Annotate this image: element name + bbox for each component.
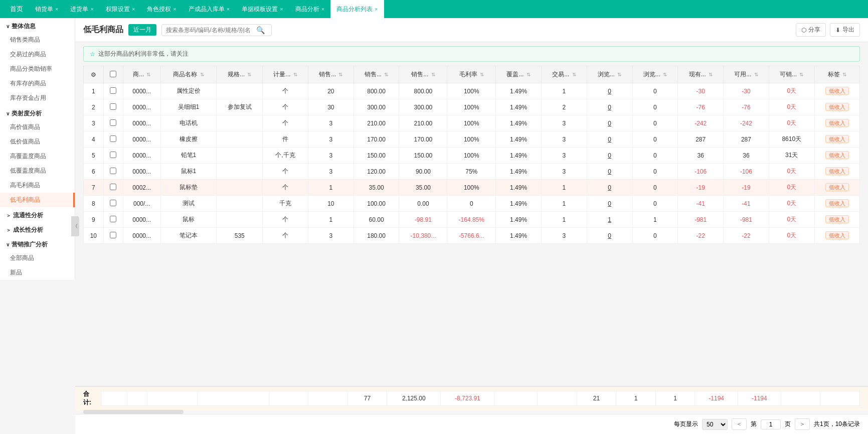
close-permission-icon[interactable]: × bbox=[132, 6, 135, 12]
nav-purchase[interactable]: 进货单× bbox=[64, 0, 99, 18]
sidebar-item-sales-products[interactable]: 销售类商品 bbox=[0, 33, 75, 47]
sidebar-group-category[interactable]: ∨ 类射度分析 bbox=[0, 105, 75, 120]
row-checkbox[interactable] bbox=[103, 99, 123, 115]
row-view1[interactable]: 0 bbox=[587, 228, 632, 244]
col-sale-profit[interactable]: 销售... ⇅ bbox=[399, 66, 447, 83]
col-code[interactable]: 商... ⇅ bbox=[123, 66, 160, 83]
nav-permission[interactable]: 权限设置× bbox=[100, 0, 141, 18]
close-sales-icon[interactable]: × bbox=[55, 6, 58, 12]
search-input[interactable] bbox=[166, 27, 256, 34]
nav-home[interactable]: 首页 bbox=[4, 0, 29, 18]
sidebar-item-high-value[interactable]: 高价值商品 bbox=[0, 120, 75, 134]
col-sale-amount[interactable]: 销售... ⇅ bbox=[354, 66, 399, 83]
row-view1[interactable]: 0 bbox=[587, 196, 632, 212]
col-view2[interactable]: 浏览... ⇅ bbox=[632, 66, 678, 83]
col-view1[interactable]: 浏览... ⇅ bbox=[587, 66, 632, 83]
col-coverage[interactable]: 覆盖... ⇅ bbox=[496, 66, 542, 83]
col-settings[interactable]: ⚙ bbox=[84, 66, 104, 83]
share-button[interactable]: ⬡ 分享 bbox=[796, 23, 826, 37]
page-number-input[interactable] bbox=[761, 419, 781, 429]
nav-role[interactable]: 角色授权× bbox=[141, 0, 182, 18]
close-purchase-icon[interactable]: × bbox=[90, 6, 93, 12]
nav-product-in[interactable]: 产成品入库单× bbox=[183, 0, 236, 18]
close-analysis-icon[interactable]: × bbox=[321, 6, 324, 12]
close-analysis-list-icon[interactable]: × bbox=[375, 6, 378, 12]
row-view2: 0 bbox=[632, 228, 678, 244]
sidebar-group-circulation[interactable]: ＞ 流通性分析 bbox=[0, 207, 75, 222]
col-tag[interactable]: 标签 ⇅ bbox=[814, 66, 859, 83]
row-checkbox[interactable] bbox=[103, 196, 123, 212]
row-view1[interactable]: 0 bbox=[587, 99, 632, 115]
row-checkbox[interactable] bbox=[103, 83, 123, 99]
sidebar-group-overall[interactable]: ∨ 整体信息 bbox=[0, 18, 75, 33]
col-spec[interactable]: 规格... ⇅ bbox=[217, 66, 263, 83]
next-page-button[interactable]: ＞ bbox=[795, 418, 810, 430]
row-select-checkbox[interactable] bbox=[110, 135, 116, 142]
per-page-select[interactable]: 50 100 200 bbox=[702, 419, 728, 430]
col-saleable[interactable]: 可销... ⇅ bbox=[769, 66, 814, 83]
row-view1[interactable]: 0 bbox=[587, 115, 632, 131]
col-sale-count[interactable]: 销售... ⇅ bbox=[308, 66, 354, 83]
sidebar-collapse-button[interactable]: 《 bbox=[71, 216, 79, 236]
search-icon[interactable]: 🔍 bbox=[256, 26, 265, 34]
row-checkbox[interactable] bbox=[103, 164, 123, 180]
row-select-checkbox[interactable] bbox=[110, 152, 116, 158]
select-all-checkbox[interactable] bbox=[110, 71, 116, 77]
row-select-checkbox[interactable] bbox=[110, 119, 116, 126]
sidebar-item-in-stock[interactable]: 有库存的商品 bbox=[0, 76, 75, 91]
sidebar-item-low-value[interactable]: 低价值商品 bbox=[0, 134, 75, 149]
row-checkbox[interactable] bbox=[103, 212, 123, 228]
row-select-checkbox[interactable] bbox=[110, 232, 116, 238]
nav-template[interactable]: 单据模板设置× bbox=[236, 0, 289, 18]
close-product-in-icon[interactable]: × bbox=[227, 6, 230, 12]
row-select-checkbox[interactable] bbox=[110, 216, 116, 222]
sidebar-item-low-margin[interactable]: 低毛利商品 bbox=[0, 193, 75, 207]
sidebar-item-high-margin[interactable]: 高毛利商品 bbox=[0, 178, 75, 193]
sidebar-item-traded[interactable]: 交易过的商品 bbox=[0, 47, 75, 62]
sidebar-group-marketing[interactable]: ∨ 营销推广分析 bbox=[0, 236, 75, 251]
row-checkbox[interactable] bbox=[103, 148, 123, 164]
row-view1[interactable]: 1 bbox=[587, 212, 632, 228]
row-select-checkbox[interactable] bbox=[110, 87, 116, 94]
nav-sales[interactable]: 销货单× bbox=[29, 0, 64, 18]
row-select-checkbox[interactable] bbox=[110, 103, 116, 110]
row-coverage: 1.49% bbox=[496, 212, 542, 228]
prev-page-button[interactable]: ＜ bbox=[732, 418, 747, 430]
close-role-icon[interactable]: × bbox=[173, 6, 176, 12]
row-select-checkbox[interactable] bbox=[110, 200, 116, 206]
sidebar-item-high-coverage[interactable]: 高覆盖度商品 bbox=[0, 149, 75, 164]
search-box: 🔍 bbox=[161, 24, 272, 36]
col-margin[interactable]: 毛利率 ⇅ bbox=[447, 66, 496, 83]
row-view1[interactable]: 0 bbox=[587, 83, 632, 99]
export-button[interactable]: ⬇ 导出 bbox=[830, 23, 860, 37]
row-view1[interactable]: 0 bbox=[587, 164, 632, 180]
row-checkbox[interactable] bbox=[103, 228, 123, 244]
sidebar-item-low-coverage[interactable]: 低覆盖度商品 bbox=[0, 164, 75, 178]
col-transaction[interactable]: 交易... ⇅ bbox=[541, 66, 587, 83]
sidebar-group-growth[interactable]: ＞ 成长性分析 bbox=[0, 222, 75, 236]
row-unit: 个 bbox=[263, 164, 308, 180]
sidebar-item-new-products[interactable]: 新品 bbox=[0, 265, 75, 280]
row-view1[interactable]: 0 bbox=[587, 148, 632, 164]
sidebar-item-stock-capital[interactable]: 库存资金占用 bbox=[0, 91, 75, 105]
nav-product-analysis-list[interactable]: 商品分析列表× bbox=[330, 0, 384, 18]
sidebar-item-all-products[interactable]: 全部商品 bbox=[0, 251, 75, 265]
col-available[interactable]: 可用... ⇅ bbox=[724, 66, 769, 83]
col-checkbox[interactable] bbox=[103, 66, 123, 83]
row-checkbox[interactable] bbox=[103, 115, 123, 131]
row-select-checkbox[interactable] bbox=[110, 168, 116, 174]
row-transaction: 2 bbox=[541, 99, 587, 115]
row-checkbox[interactable] bbox=[103, 180, 123, 196]
sidebar-item-category-rate[interactable]: 商品分类助销率 bbox=[0, 62, 75, 76]
row-view1[interactable]: 0 bbox=[587, 131, 632, 148]
row-checkbox[interactable] bbox=[103, 131, 123, 148]
col-name[interactable]: 商品名称 ⇅ bbox=[160, 66, 217, 83]
horizontal-scrollbar[interactable] bbox=[83, 410, 860, 414]
col-unit[interactable]: 计量... ⇅ bbox=[263, 66, 308, 83]
close-template-icon[interactable]: × bbox=[280, 6, 283, 12]
row-view1[interactable]: 0 bbox=[587, 180, 632, 196]
nav-product-analysis[interactable]: 商品分析× bbox=[289, 0, 330, 18]
row-select-checkbox[interactable] bbox=[110, 184, 116, 190]
time-filter-button[interactable]: 近一月 bbox=[128, 24, 156, 36]
col-current[interactable]: 现有... ⇅ bbox=[678, 66, 724, 83]
